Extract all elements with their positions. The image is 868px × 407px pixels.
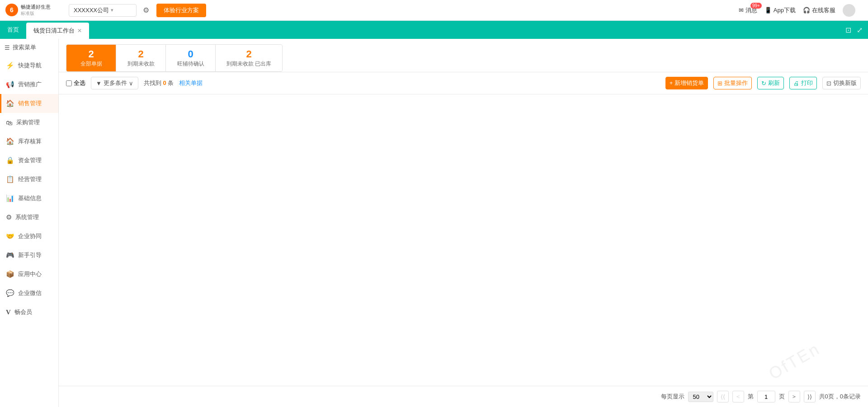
message-btn[interactable]: ✉ 消息 99 <box>739 6 757 14</box>
total-text: 共0页，0条记录 <box>819 393 861 401</box>
refresh-btn[interactable]: ↻ 刷新 <box>757 77 784 89</box>
per-page-select[interactable]: 50 100 200 <box>688 392 713 402</box>
close-icon[interactable]: ✕ <box>77 28 82 34</box>
status-tabs-bar: 2 全部单据 2 到期未收款 0 旺辅待确认 2 到期未收款 已出库 <box>59 39 868 72</box>
tab-all-label: 全部单据 <box>80 61 102 67</box>
minimize-btn[interactable]: ⊡ <box>844 24 853 36</box>
refresh-label: 刷新 <box>768 79 780 87</box>
found-prefix: 共找到 <box>144 80 161 86</box>
settings-button[interactable]: ⚙ <box>139 4 153 17</box>
cooperation-label: 企业协同 <box>18 232 42 240</box>
content-area: 2 全部单据 2 到期未收款 0 旺辅待确认 2 到期未收款 已出库 <box>59 39 868 407</box>
avatar[interactable] <box>843 4 855 17</box>
next-page-btn[interactable]: ＞ <box>788 391 800 402</box>
nav-tabs: 首页 钱货日清工作台 ✕ ⊡ ⤢ <box>0 21 868 39</box>
toolbar-right: + 新增销货单 ⊞ 批量操作 ↻ 刷新 🖨 打印 ⊡ 切换新版 <box>665 77 861 89</box>
batch-icon: ⊞ <box>717 80 722 87</box>
operations-label: 经营管理 <box>18 175 42 183</box>
header-right: ✉ 消息 99 📱 App下载 🎧 在线客服 <box>739 4 863 17</box>
guide-label: 新手引导 <box>18 251 42 259</box>
sales-icon: 🏠 <box>6 99 14 108</box>
per-page-label: 每页显示 <box>661 393 684 401</box>
add-sale-btn[interactable]: + 新增销货单 <box>665 77 708 89</box>
sidebar-item-cooperation[interactable]: 🤝 企业协同 <box>0 227 58 246</box>
home-tab-label: 首页 <box>7 26 19 34</box>
purchase-icon: 🛍 <box>6 119 13 126</box>
tab-work[interactable]: 钱货日清工作台 ✕ <box>26 23 89 39</box>
filter-btn[interactable]: ▼ 更多条件 ∨ <box>91 77 138 89</box>
first-page-btn[interactable]: ⟨⟨ <box>717 391 729 402</box>
sidebar-item-corp-wechat[interactable]: 💬 企业微信 <box>0 284 58 303</box>
operations-icon: 📋 <box>6 175 14 183</box>
work-tab-label: 钱货日清工作台 <box>33 27 75 35</box>
sidebar-item-sales[interactable]: 🏠 销售管理 <box>0 94 58 113</box>
batch-label: 批量操作 <box>724 79 748 87</box>
sidebar-item-system[interactable]: ⚙ 系统管理 <box>0 208 58 227</box>
tab-overdue-out-label: 到期未收款 已出库 <box>226 61 271 67</box>
marketing-icon: 📢 <box>6 80 14 89</box>
select-all-label[interactable]: 全选 <box>66 79 85 87</box>
member-icon: V <box>6 309 11 316</box>
tab-pending[interactable]: 0 旺辅待确认 <box>166 45 216 71</box>
nav-right-btns: ⊡ ⤢ <box>844 21 868 39</box>
finance-icon: 🔒 <box>6 156 14 164</box>
sidebar-item-operations[interactable]: 📋 经营管理 <box>0 170 58 189</box>
select-all-checkbox[interactable] <box>66 80 72 86</box>
chevron-down-icon: ∨ <box>129 80 133 87</box>
sidebar-item-marketing[interactable]: 📢 营销推广 <box>0 75 58 94</box>
prev-page-btn[interactable]: ＜ <box>732 391 744 402</box>
tab-all[interactable]: 2 全部单据 <box>66 45 116 71</box>
message-badge: 99 <box>750 3 762 9</box>
maximize-btn[interactable]: ⤢ <box>855 24 864 36</box>
print-label: 打印 <box>801 79 813 87</box>
headset-icon: 🎧 <box>803 7 810 14</box>
tab-overdue[interactable]: 2 到期未收款 <box>116 45 166 71</box>
search-menu-btn[interactable]: ☰ 搜索菜单 <box>0 39 58 56</box>
page-label: 第 <box>748 393 754 401</box>
search-menu-label: 搜索菜单 <box>13 43 36 51</box>
message-icon: ✉ <box>739 7 744 14</box>
sidebar-item-basic-info[interactable]: 📊 基础信息 <box>0 189 58 208</box>
sidebar-item-purchase[interactable]: 🛍 采购管理 <box>0 113 58 132</box>
page-input[interactable] <box>757 391 775 402</box>
tab-pending-label: 旺辅待确认 <box>177 61 204 67</box>
logo-sub: 标准版 <box>21 10 51 17</box>
print-btn[interactable]: 🖨 打印 <box>789 77 817 89</box>
status-tabs: 2 全部单据 2 到期未收款 0 旺辅待确认 2 到期未收款 已出库 <box>66 44 283 72</box>
switch-version-btn[interactable]: ⊡ 切换新版 <box>822 77 861 89</box>
online-service-btn[interactable]: 🎧 在线客服 <box>803 6 835 14</box>
tab-overdue-out[interactable]: 2 到期未收款 已出库 <box>216 45 282 71</box>
app-download-btn[interactable]: 📱 App下载 <box>764 6 796 14</box>
sidebar-item-app-center[interactable]: 📦 应用中心 <box>0 265 58 284</box>
switch-icon: ⊡ <box>826 80 831 87</box>
sidebar-item-inventory[interactable]: 🏠 库存核算 <box>0 132 58 151</box>
cooperation-icon: 🤝 <box>6 232 14 240</box>
company-selector[interactable]: XXXXXX公司 ▾ <box>69 4 137 17</box>
tab-overdue-out-count: 2 <box>226 48 271 60</box>
last-page-btn[interactable]: ⟩⟩ <box>804 391 816 402</box>
logo-icon: 6 <box>5 4 18 16</box>
company-name: XXXXXX公司 <box>74 6 109 14</box>
top-header: 6 畅捷通好生意 标准版 XXXXXX公司 ▾ ⚙ 体验行业方案 ✉ 消息 99… <box>0 0 868 21</box>
sidebar-item-member[interactable]: V 畅会员 <box>0 303 58 322</box>
sales-label: 销售管理 <box>18 99 42 108</box>
sidebar-item-guide[interactable]: 🎮 新手引导 <box>0 246 58 265</box>
sidebar-item-quick-nav[interactable]: ⚡ 快捷导航 <box>0 56 58 75</box>
batch-btn[interactable]: ⊞ 批量操作 <box>713 77 752 89</box>
found-text: 共找到 0 条 <box>144 79 174 87</box>
select-all-text: 全选 <box>74 79 85 87</box>
sidebar-item-finance[interactable]: 🔒 资金管理 <box>0 151 58 170</box>
table-area <box>59 94 868 386</box>
download-icon: 📱 <box>764 7 772 14</box>
tab-home[interactable]: 首页 <box>0 21 26 39</box>
filter-icon: ▼ <box>96 80 102 87</box>
toolbar-left: 全选 ▼ 更多条件 ∨ 共找到 0 条 相关单据 <box>66 77 203 89</box>
related-link[interactable]: 相关单据 <box>179 79 203 87</box>
pagination-bar: 每页显示 50 100 200 ⟨⟨ ＜ 第 页 ＞ ⟩⟩ 共0页，0条记录 <box>59 386 868 407</box>
print-icon: 🖨 <box>793 80 799 87</box>
chevron-down-icon: ▾ <box>111 7 113 13</box>
page-suffix: 页 <box>779 393 785 401</box>
app-center-label: 应用中心 <box>18 270 42 278</box>
trial-btn[interactable]: 体验行业方案 <box>156 4 206 17</box>
corp-wechat-label: 企业微信 <box>18 289 42 297</box>
